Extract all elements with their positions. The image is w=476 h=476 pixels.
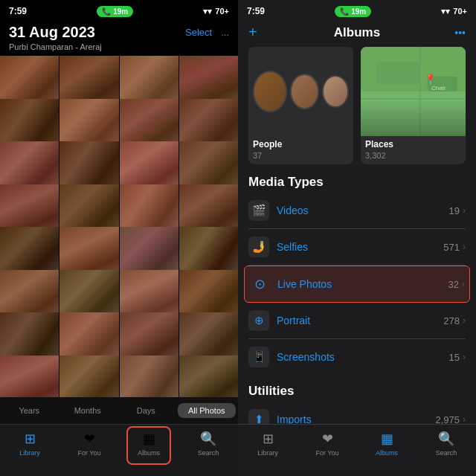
people-label: People <box>248 136 353 151</box>
svg-text:Chati: Chati <box>431 85 446 91</box>
videos-count: 19 <box>449 205 460 216</box>
tab-for-you-right[interactable]: ❤ For You <box>298 431 357 457</box>
people-faces <box>248 47 353 136</box>
people-card[interactable]: People 37 <box>248 47 353 164</box>
table-row[interactable] <box>0 356 59 398</box>
imports-label: Imports <box>277 414 435 424</box>
tab-search-left[interactable]: 🔍 Search <box>178 431 238 457</box>
table-row[interactable] <box>60 356 118 398</box>
library-icon-right: ⊞ <box>263 431 274 447</box>
videos-chevron: › <box>463 205 466 216</box>
live-photos-chevron: › <box>462 279 465 289</box>
tab-albums-left-label: Albums <box>138 449 160 457</box>
map-svg: Chati <box>361 47 466 136</box>
table-row[interactable] <box>120 356 178 398</box>
selfies-count: 571 <box>443 242 460 253</box>
albums-header: + Albums ••• <box>238 21 476 47</box>
tab-albums-right[interactable]: ▦ Albums <box>357 431 416 457</box>
map-pin-icon: 📍 <box>424 74 437 86</box>
albums-icon-right: ▦ <box>381 431 393 447</box>
tab-albums-left[interactable]: ▦ Albums <box>119 431 178 457</box>
albums-content: People 37 📍 Chati <box>238 47 476 424</box>
tab-all-photos[interactable]: All Photos <box>178 403 237 418</box>
tab-library-right-label: Library <box>257 449 278 457</box>
videos-label: Videos <box>277 205 449 216</box>
face-1 <box>253 71 287 112</box>
location-subtitle: Purbi Champaran - Areraj <box>9 42 102 51</box>
battery-right: 70+ <box>453 7 467 16</box>
search-icon-left: 🔍 <box>200 431 216 447</box>
for-you-icon: ❤ <box>84 431 95 447</box>
for-you-icon-right: ❤ <box>322 431 333 447</box>
face-2 <box>290 74 319 109</box>
utilities-list: ⬆ Imports 2,975 › 👁 Hidden 🔒 › 🗑 Recentl… <box>248 402 466 424</box>
tab-search-right[interactable]: 🔍 Search <box>416 431 476 457</box>
places-count: 3,302 <box>361 151 466 164</box>
add-album-button[interactable]: + <box>248 24 266 41</box>
media-types-list: 🎬 Videos 19 › 🤳 Selfies 571 › ⊙ Live Pho… <box>248 193 466 375</box>
portrait-label: Portrait <box>277 315 443 327</box>
list-item-imports[interactable]: ⬆ Imports 2,975 › <box>248 402 466 424</box>
photos-header: 31 Aug 2023 Purbi Champaran - Areraj Sel… <box>0 21 238 56</box>
selfies-label: Selfies <box>277 241 443 253</box>
albums-title: Albums <box>266 25 448 40</box>
selfies-icon: 🤳 <box>248 237 269 257</box>
albums-more-button[interactable]: ••• <box>448 27 466 39</box>
more-button[interactable]: ... <box>221 27 229 38</box>
list-item-portrait[interactable]: ⊕ Portrait 278 › <box>248 303 466 339</box>
tab-for-you[interactable]: ❤ For You <box>60 431 119 457</box>
table-row[interactable] <box>179 356 238 398</box>
tab-days[interactable]: Days <box>117 403 176 418</box>
call-indicator-left: 📞 19m <box>97 6 133 17</box>
status-icons-right: ▾▾ 70+ <box>441 7 467 16</box>
library-icon: ⊞ <box>25 431 36 447</box>
tab-library-right[interactable]: ⊞ Library <box>238 431 298 457</box>
tab-months[interactable]: Months <box>59 403 118 418</box>
list-item-screenshots[interactable]: 📱 Screenshots 15 › <box>248 339 466 375</box>
selfies-chevron: › <box>463 242 466 252</box>
places-thumbnail: 📍 Chati <box>361 47 466 136</box>
tab-years[interactable]: Years <box>0 403 59 418</box>
portrait-chevron: › <box>463 315 466 326</box>
albums-icon-left: ▦ <box>143 431 155 447</box>
live-photos-icon: ⊙ <box>249 274 270 295</box>
tab-for-you-right-label: For You <box>315 449 338 457</box>
screenshots-chevron: › <box>463 352 466 362</box>
screenshots-count: 15 <box>449 352 460 363</box>
imports-count: 2,975 <box>435 414 460 425</box>
select-button[interactable]: Select <box>185 27 212 38</box>
tab-for-you-label: For You <box>77 449 100 457</box>
portrait-count: 278 <box>443 315 460 327</box>
face-3 <box>322 75 349 108</box>
right-panel: 7:59 📞 19m ▾▾ 70+ + Albums ••• People <box>238 0 476 476</box>
live-photos-label: Live Photos <box>277 278 448 290</box>
portrait-icon: ⊕ <box>248 310 269 331</box>
tab-search-left-label: Search <box>198 449 219 457</box>
videos-icon: 🎬 <box>248 200 269 221</box>
places-label: Places <box>361 136 466 151</box>
places-card[interactable]: 📍 Chati Places 3,302 <box>361 47 466 164</box>
people-places-row: People 37 📍 Chati <box>248 47 466 164</box>
list-item-selfies[interactable]: 🤳 Selfies 571 › <box>248 229 466 266</box>
tab-library-label: Library <box>19 449 40 457</box>
screenshots-icon: 📱 <box>248 347 269 367</box>
left-panel: 7:59 📞 19m ▾▾ 70+ 31 Aug 2023 Purbi Cham… <box>0 0 238 476</box>
tab-search-right-label: Search <box>436 449 457 457</box>
status-icons-left: ▾▾ 70+ <box>203 7 229 16</box>
battery-left: 70+ <box>215 7 229 16</box>
tab-albums-right-label: Albums <box>376 449 398 457</box>
list-item-live-photos[interactable]: ⊙ Live Photos 32 › <box>244 266 470 303</box>
time-right: 7:59 <box>247 6 265 16</box>
date-title: 31 Aug 2023 <box>9 24 102 41</box>
wifi-icon-right: ▾▾ <box>441 7 450 16</box>
status-bar-right: 7:59 📞 19m ▾▾ 70+ <box>238 0 476 21</box>
tab-library[interactable]: ⊞ Library <box>0 431 60 457</box>
status-bar-left: 7:59 📞 19m ▾▾ 70+ <box>0 0 238 21</box>
list-item-videos[interactable]: 🎬 Videos 19 › <box>248 193 466 229</box>
wifi-icon: ▾▾ <box>203 7 212 16</box>
screenshots-label: Screenshots <box>277 351 449 363</box>
bottom-tab-bar-left: ⊞ Library ❤ For You ▦ Albums 🔍 Search <box>0 424 238 476</box>
imports-chevron: › <box>463 414 466 424</box>
media-types-title: Media Types <box>248 175 466 190</box>
bottom-tab-bar-right: ⊞ Library ❤ For You ▦ Albums 🔍 Search <box>238 424 476 476</box>
